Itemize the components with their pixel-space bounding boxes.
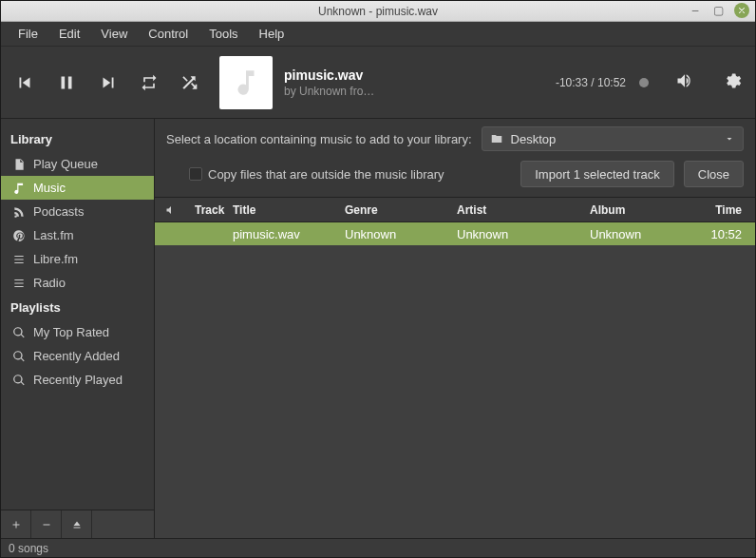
volume-button[interactable] xyxy=(675,71,694,93)
track-title: pimusic.wav xyxy=(284,67,374,83)
sidebar-item-last-fm[interactable]: Last.fm xyxy=(1,223,154,247)
sidebar: LibraryPlay QueueMusicPodcastsLast.fmLib… xyxy=(1,119,155,538)
import-bar: Select a location containing music to ad… xyxy=(155,119,755,198)
location-label: Desktop xyxy=(511,132,557,146)
sidebar-item-podcasts[interactable]: Podcasts xyxy=(1,200,154,223)
table-row[interactable]: pimusic.wavUnknownUnknownUnknown10:52 xyxy=(155,222,755,245)
sidebar-section-playlists: Playlists xyxy=(1,295,154,320)
app-window: Unknown - pimusic.wav – ▢ FileEditViewCo… xyxy=(0,0,756,558)
sidebar-item-label: Libre.fm xyxy=(33,252,78,266)
track-table-header: Track Title Genre Artist Album Time xyxy=(155,198,755,222)
sidebar-item-label: Last.fm xyxy=(33,228,74,242)
menu-view[interactable]: View xyxy=(91,23,137,45)
remove-playlist-button[interactable] xyxy=(31,510,62,539)
sidebar-section-library: Library xyxy=(1,126,154,152)
sidebar-item-music[interactable]: Music xyxy=(1,176,154,200)
track-info: pimusic.wav by Unknown fro… xyxy=(284,67,374,98)
search-icon xyxy=(12,326,26,339)
search-icon xyxy=(12,350,26,363)
settings-button[interactable] xyxy=(723,71,742,93)
col-artist[interactable]: Artist xyxy=(449,203,582,217)
cell-title: pimusic.wav xyxy=(225,227,337,241)
menu-tools[interactable]: Tools xyxy=(199,23,247,45)
album-art xyxy=(219,56,273,109)
sidebar-item-label: Radio xyxy=(33,276,66,290)
cell-album: Unknown xyxy=(582,227,702,241)
import-row-actions: Copy files that are outside the music li… xyxy=(166,161,744,187)
close-button[interactable] xyxy=(734,3,749,18)
sidebar-toolbar xyxy=(1,510,154,538)
titlebar: Unknown - pimusic.wav – ▢ xyxy=(1,1,755,22)
add-playlist-button[interactable] xyxy=(1,510,31,539)
location-selector[interactable]: Desktop xyxy=(482,126,744,151)
eject-button[interactable] xyxy=(62,510,92,539)
doc-icon xyxy=(12,158,26,171)
copy-files-label: Copy files that are outside the music li… xyxy=(208,167,444,182)
copy-files-option[interactable]: Copy files that are outside the music li… xyxy=(189,167,444,182)
progress-knob[interactable] xyxy=(639,78,649,87)
next-button[interactable] xyxy=(98,72,119,93)
close-import-button[interactable]: Close xyxy=(684,161,744,187)
speaker-icon xyxy=(165,204,177,216)
col-genre[interactable]: Genre xyxy=(337,203,449,217)
time-display: -10:33 / 10:52 xyxy=(556,76,626,89)
window-title: Unknown - pimusic.wav xyxy=(318,5,438,18)
music-note-icon xyxy=(230,67,262,99)
window-controls: – ▢ xyxy=(689,3,749,18)
podcast-icon xyxy=(12,205,26,219)
copy-files-checkbox[interactable] xyxy=(189,167,202,181)
sidebar-item-recently-added[interactable]: Recently Added xyxy=(1,344,154,368)
list-icon xyxy=(12,253,26,266)
menu-control[interactable]: Control xyxy=(139,23,198,45)
repeat-button[interactable] xyxy=(140,73,159,92)
sidebar-item-label: Play Queue xyxy=(33,157,98,171)
shuffle-button[interactable] xyxy=(180,73,198,92)
search-icon xyxy=(12,374,26,387)
menu-help[interactable]: Help xyxy=(250,23,294,45)
col-playing-icon[interactable] xyxy=(155,204,187,216)
sidebar-item-recently-played[interactable]: Recently Played xyxy=(1,368,154,392)
import-row-location: Select a location containing music to ad… xyxy=(166,126,744,151)
content-area: LibraryPlay QueueMusicPodcastsLast.fmLib… xyxy=(1,119,755,538)
time-section: -10:33 / 10:52 xyxy=(556,71,742,93)
menu-edit[interactable]: Edit xyxy=(49,23,89,45)
col-album[interactable]: Album xyxy=(582,203,702,217)
sidebar-item-label: Music xyxy=(33,181,66,195)
previous-button[interactable] xyxy=(14,72,35,93)
cell-time: 10:52 xyxy=(702,227,755,241)
lastfm-icon xyxy=(12,229,26,242)
sidebar-item-radio[interactable]: Radio xyxy=(1,271,154,295)
main-panel: Select a location containing music to ad… xyxy=(155,119,755,538)
col-time[interactable]: Time xyxy=(702,203,755,217)
transport-controls xyxy=(14,72,198,93)
track-table-body[interactable]: pimusic.wavUnknownUnknownUnknown10:52 xyxy=(155,222,755,538)
sidebar-item-label: Recently Added xyxy=(33,349,120,363)
sidebar-scroll[interactable]: LibraryPlay QueueMusicPodcastsLast.fmLib… xyxy=(1,119,154,510)
import-button[interactable]: Import 1 selected track xyxy=(520,161,674,187)
cell-artist: Unknown xyxy=(449,227,582,241)
status-text: 0 songs xyxy=(9,542,48,555)
player-bar: pimusic.wav by Unknown fro… -10:33 / 10:… xyxy=(1,47,755,119)
pause-button[interactable] xyxy=(56,72,77,93)
col-track[interactable]: Track xyxy=(187,203,225,217)
sidebar-item-play-queue[interactable]: Play Queue xyxy=(1,152,154,176)
music-icon xyxy=(12,182,26,195)
import-prompt: Select a location containing music to ad… xyxy=(166,132,472,146)
cell-genre: Unknown xyxy=(337,227,449,241)
sidebar-item-label: Podcasts xyxy=(33,204,84,219)
menubar: FileEditViewControlToolsHelp xyxy=(1,22,755,47)
chevron-down-icon xyxy=(724,133,735,144)
minimize-button[interactable]: – xyxy=(689,4,702,17)
maximize-button[interactable]: ▢ xyxy=(711,4,725,17)
sidebar-item-my-top-rated[interactable]: My Top Rated xyxy=(1,320,154,344)
col-title[interactable]: Title xyxy=(225,203,337,217)
track-subtitle: by Unknown fro… xyxy=(284,85,374,98)
folder-icon xyxy=(490,132,503,145)
menu-file[interactable]: File xyxy=(9,23,47,45)
sidebar-item-label: Recently Played xyxy=(33,373,123,387)
status-bar: 0 songs xyxy=(1,538,755,557)
sidebar-item-libre-fm[interactable]: Libre.fm xyxy=(1,247,154,271)
list-icon xyxy=(12,277,26,290)
sidebar-item-label: My Top Rated xyxy=(33,325,109,339)
